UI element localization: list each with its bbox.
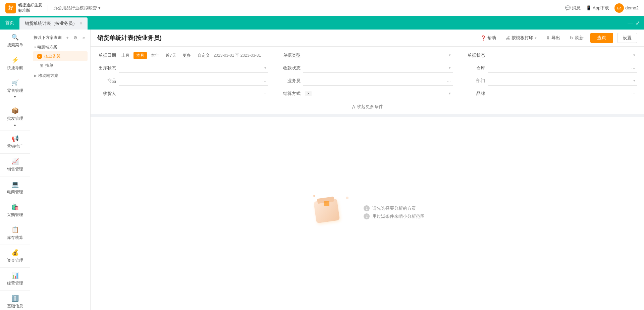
sidebar-item-wholesale[interactable]: 📦 批发管理 ▴ [0,103,30,131]
add-scheme-button[interactable]: + [64,34,71,41]
message-button[interactable]: 💬 消息 [565,5,581,11]
payment-control[interactable]: × ▾ [303,89,453,98]
filter-area: 单据日期 上月 本月 本年 近7天 更多 自定义 2023-03-01 至 20… [91,47,644,114]
sidebar-item-quick-nav[interactable]: ⚡ 快捷导航 [0,52,30,75]
left-panel: 按以下方案查询 + ⚙ « ▾ 电脑端方案 [30,30,91,310]
top-bar-right: 💬 消息 📱 App下载 Ea demo2 [565,3,639,13]
receipt-status-control[interactable]: ▾ [303,63,453,73]
more-icon: ··· [262,78,266,84]
more-icon: ··· [631,65,635,71]
sidebar-item-basic-info[interactable]: ℹ️ 基础信息 [0,291,30,310]
print-dropdown-icon: ▾ [535,36,537,40]
date-option-more[interactable]: 更多 [180,52,194,59]
tab-active[interactable]: 销货单统计表（按业务员） × [19,17,88,30]
message-icon: 💬 [565,5,571,10]
marketing-icon: 📢 [11,135,19,142]
empty-tip-2: 2 用过滤条件来缩小分析范围 [364,213,425,219]
empty-state: 1 请先选择要分析的方案 2 用过滤条件来缩小分析范围 [310,195,425,232]
filter-consignee: 收货人 ··· [97,89,268,98]
refresh-button[interactable]: ↻ 刷新 [567,34,586,42]
tab-expand-icon[interactable]: ⤢ [636,20,640,26]
goods-label: 商品 [97,78,116,84]
date-option-this-year[interactable]: 本年 [148,52,162,59]
query-button[interactable]: 查询 [590,33,613,43]
settings-button[interactable]: 设置 [617,33,637,43]
date-option-prev-month[interactable]: 上月 [119,52,132,59]
salesperson-label: 业务员 [282,78,301,84]
sidebar-item-marketing[interactable]: 📢 营销推广 [0,131,30,154]
basic-info-icon: ℹ️ [11,295,19,302]
download-icon: 📱 [586,5,591,10]
right-content: 销货单统计表(按业务员) ❓ 帮助 🖨 按模板打印 ▾ ⬇ 导出 [91,30,644,310]
scheme-settings-button[interactable]: ⚙ [72,34,79,41]
goods-control[interactable]: ··· [119,76,268,86]
sidebar-item-sales[interactable]: 📈 销售管理 [0,154,30,176]
page-header: 销货单统计表(按业务员) ❓ 帮助 🖨 按模板打印 ▾ ⬇ 导出 [91,30,644,47]
search-icon: 🔍 [11,34,19,41]
out-status-control[interactable]: ▾ [119,63,268,73]
sales-icon: 📈 [11,158,19,165]
filter-row-2: 出库状态 ▾ 收款状态 ▾ [97,63,637,73]
app-download-button[interactable]: 📱 App下载 [586,5,609,11]
chevron-up-icon: ▴ [14,123,16,126]
refresh-icon: ↻ [570,35,574,41]
doc-type-label: 单据类型 [282,52,301,58]
scheme-item-by-salesperson[interactable]: ✓ 按业务员 [33,51,88,61]
chevron-down-icon: ▾ [449,91,451,96]
breadcrumb[interactable]: 办公用品行业模拟账套 ▾ [53,5,101,11]
mobile-scheme-title[interactable]: ▶ 移动端方案 [33,71,88,80]
sidebar-item-search[interactable]: 🔍 搜索菜单 [0,30,30,52]
print-button[interactable]: 🖨 按模板打印 ▾ [503,34,539,42]
chevron-down-icon: ▾ [633,53,635,57]
date-option-this-month[interactable]: 本月 [133,52,147,59]
scheme-active-dot: ✓ [37,54,42,59]
tab-close-icon[interactable]: × [80,21,82,26]
sidebar-item-inventory[interactable]: 📋 库存核算 [0,222,30,245]
content-area: 按以下方案查询 + ⚙ « ▾ 电脑端方案 [30,30,644,310]
more-icon: ··· [262,91,266,96]
chevron-down-icon: ▾ [449,53,451,57]
filter-receipt-status: 收款状态 ▾ [282,63,453,73]
doc-type-control[interactable]: ▾ [303,51,453,60]
doc-status-control[interactable]: ▾ [488,51,637,60]
brand-control[interactable]: ··· [488,89,637,98]
sidebar-item-ecommerce[interactable]: 💻 电商管理 [0,176,30,199]
scheme-collapse-button[interactable]: « [80,34,87,41]
chevron-down-icon: ▾ [633,79,635,83]
retail-icon: 🛒 [11,79,19,87]
more-icon: ··· [631,91,635,96]
department-control[interactable]: ▾ [488,76,637,86]
left-panel-header: 按以下方案查询 + ⚙ « [30,32,90,43]
sidebar-item-purchase[interactable]: 🛍️ 采购管理 [0,199,30,222]
date-option-7days[interactable]: 近7天 [163,52,179,59]
scheme-item-by-order[interactable]: ⊞ 按单 [33,61,88,70]
filter-brand: 品牌 ··· [466,89,637,98]
finance-icon: 💰 [11,249,19,256]
warehouse-label: 仓库 [466,65,485,71]
print-icon: 🖨 [505,35,510,41]
tab-minimize-icon[interactable]: — [628,20,633,26]
filter-row-1: 单据日期 上月 本月 本年 近7天 更多 自定义 2023-03-01 至 20… [97,51,637,60]
out-status-label: 出库状态 [97,65,116,71]
sidebar-item-finance[interactable]: 💰 资金管理 [0,245,30,268]
collapse-button[interactable]: ⋀ 收起更多条件 [97,102,637,110]
warehouse-control[interactable]: ··· [488,63,637,73]
date-option-custom[interactable]: 自定义 [195,52,212,59]
sidebar-item-operations[interactable]: 📊 经营管理 [0,268,30,291]
desktop-scheme-title[interactable]: ▾ 电脑端方案 [33,43,88,51]
export-icon: ⬇ [546,35,550,41]
purchase-icon: 🛍️ [11,203,19,211]
payment-tag-x[interactable]: × [307,91,310,96]
payment-label: 结算方式 [282,91,301,97]
consignee-control[interactable]: ··· [119,89,268,98]
help-button[interactable]: ❓ 帮助 [478,34,499,42]
tab-home[interactable]: 首页 [0,16,19,30]
user-profile[interactable]: Ea demo2 [614,3,639,13]
tip-1-num: 1 [364,205,370,211]
by-order-icon: ⊞ [40,63,43,68]
export-button[interactable]: ⬇ 导出 [543,34,563,42]
more-icon: ··· [447,78,451,84]
chevron-down-icon: ▾ [264,66,266,70]
sidebar-item-retail[interactable]: 🛒 零售管理 ▾ [0,75,30,103]
salesperson-control[interactable]: ··· [303,76,453,86]
